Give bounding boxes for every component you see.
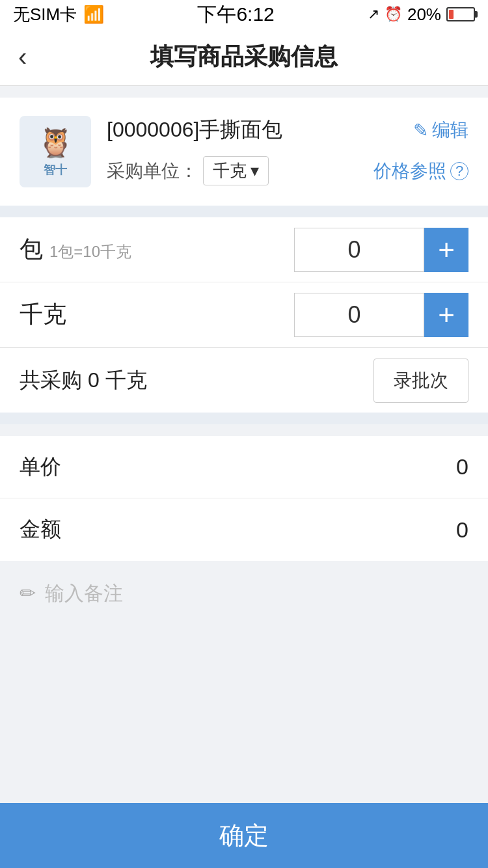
kg-plus-button[interactable]: + — [424, 293, 468, 337]
page-title: 填写商品采购信息 — [150, 41, 338, 73]
product-thumb-icon: 🦉 — [38, 126, 74, 159]
bag-label: 包 1包=10千克 — [20, 234, 294, 265]
battery-fill — [449, 10, 454, 19]
product-name: [0000006]手撕面包 — [107, 116, 282, 144]
location-icon: ↗ — [368, 6, 379, 23]
amount-row: 金额 0 — [0, 498, 488, 561]
amount-value: 0 — [456, 517, 468, 543]
pencil-icon: ✏ — [20, 582, 36, 604]
amount-label: 金额 — [20, 515, 61, 544]
summary-row: 共采购 0 千克 录批次 — [0, 347, 488, 413]
batch-button[interactable]: 录批次 — [373, 359, 468, 403]
kg-qty-controls: + — [294, 293, 468, 337]
kg-quantity-row: 千克 + — [0, 282, 488, 347]
product-info: [0000006]手撕面包 ✎ 编辑 采购单位： 千克 ▾ 价格参照 ? — [107, 116, 468, 185]
product-thumbnail: 🦉 智十 — [20, 116, 91, 187]
alarm-icon: ⏰ — [385, 6, 402, 23]
product-unit-row: 采购单位： 千克 ▾ 价格参照 ? — [107, 156, 468, 185]
unit-selector[interactable]: 采购单位： 千克 ▾ — [107, 156, 269, 185]
status-left: 无SIM卡 📶 — [13, 3, 104, 26]
unit-price-row: 单价 0 — [0, 436, 488, 498]
product-name-row: [0000006]手撕面包 ✎ 编辑 — [107, 116, 468, 144]
back-button[interactable]: ‹ — [18, 42, 27, 72]
note-placeholder: 输入备注 — [45, 580, 123, 607]
help-icon: ? — [450, 162, 468, 180]
unit-price-label: 单价 — [20, 453, 61, 481]
unit-label: 采购单位： — [107, 159, 198, 183]
bag-qty-controls: + — [294, 228, 468, 272]
kg-label: 千克 — [20, 299, 294, 331]
nav-bar: ‹ 填写商品采购信息 — [0, 29, 488, 86]
status-bar: 无SIM卡 📶 下午6:12 ↗ ⏰ 20% — [0, 0, 488, 29]
bag-label-main: 包 — [20, 234, 43, 265]
edit-label: 编辑 — [432, 118, 468, 142]
unit-value: 千克 — [213, 159, 247, 182]
kg-qty-input[interactable] — [294, 293, 424, 337]
unit-price-value: 0 — [456, 454, 468, 480]
bag-quantity-row: 包 1包=10千克 + — [0, 217, 488, 282]
kg-label-main: 千克 — [20, 299, 66, 331]
status-time: 下午6:12 — [197, 1, 274, 28]
product-card: 🦉 智十 [0000006]手撕面包 ✎ 编辑 采购单位： 千克 ▾ 价格参照 … — [0, 98, 488, 206]
edit-button[interactable]: ✎ 编辑 — [413, 118, 468, 142]
section-divider-2 — [0, 413, 488, 424]
edit-icon: ✎ — [413, 120, 428, 141]
unit-dropdown[interactable]: 千克 ▾ — [203, 156, 269, 185]
carrier-label: 无SIM卡 — [13, 3, 77, 26]
content-area — [0, 626, 488, 815]
quantity-section: 包 1包=10千克 + 千克 + 共采购 0 千克 录批次 — [0, 217, 488, 413]
note-section[interactable]: ✏ 输入备注 — [0, 561, 488, 626]
bag-label-sub: 1包=10千克 — [49, 241, 131, 262]
price-reference-button[interactable]: 价格参照 ? — [373, 159, 468, 183]
status-right: ↗ ⏰ 20% — [368, 5, 475, 25]
bag-plus-button[interactable]: + — [424, 228, 468, 272]
price-section: 单价 0 金额 0 — [0, 436, 488, 561]
section-divider-1 — [0, 206, 488, 217]
confirm-button[interactable]: 确定 — [0, 803, 488, 868]
bag-qty-input[interactable] — [294, 228, 424, 272]
total-quantity-text: 共采购 0 千克 — [20, 366, 147, 395]
price-ref-label: 价格参照 — [373, 159, 446, 183]
wifi-icon: 📶 — [83, 5, 104, 25]
battery-pct: 20% — [407, 5, 441, 25]
battery-icon — [446, 7, 475, 21]
product-thumb-label: 智十 — [44, 162, 67, 178]
chevron-down-icon: ▾ — [251, 161, 259, 181]
